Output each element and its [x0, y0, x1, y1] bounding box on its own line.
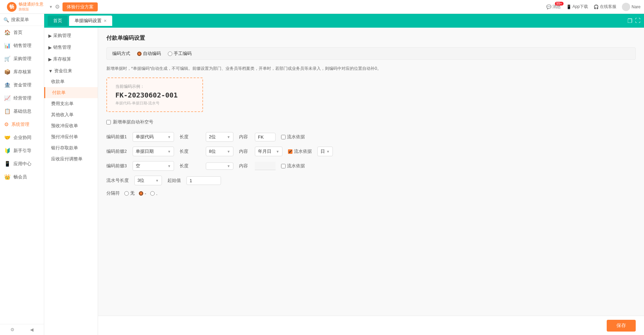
content1-input[interactable] [255, 133, 276, 141]
content2-label: 内容 [239, 148, 249, 155]
auto-code-option[interactable]: 自动编码 [137, 50, 161, 57]
start-value-input[interactable] [186, 176, 221, 185]
sec-item-other-income[interactable]: 其他收入单 [44, 109, 98, 120]
sidebar-item-operation-label: 经营管理 [13, 95, 31, 101]
auto-fill-checkbox[interactable] [106, 120, 111, 124]
sec-group-sales: ▶ 销售管理 [44, 42, 98, 53]
maximize-icon[interactable]: ⛶ [635, 18, 641, 24]
separator-none-label: 无 [130, 190, 135, 196]
headset-icon: 🎧 [594, 4, 599, 9]
preview-code: FK-20230602-001 [115, 91, 194, 99]
logo-sub: 旗舰版 [19, 7, 44, 12]
sidebar-item-home[interactable]: 🏠 首页 [0, 26, 44, 39]
separator-dash-radio[interactable] [139, 191, 143, 196]
separator-none-option[interactable]: 无 [124, 190, 135, 196]
save-button[interactable]: 保存 [607, 320, 636, 332]
sec-item-receipt[interactable]: 收款单 [44, 76, 98, 87]
top-bar: 畅 畅捷通好生意 旗舰版 ▾ ⚙ 体验行业方案 💬 消息 99+ 📱 App下载… [0, 0, 644, 14]
manual-code-option[interactable]: 手工编码 [168, 50, 192, 57]
sec-item-pre-payable[interactable]: 预付冲应付单 [44, 131, 98, 142]
prefix1-select[interactable]: 单据代码 ▼ [133, 132, 174, 142]
sidebar: 🔍 搜索菜单 🏠 首页 📊 销售管理 🛒 采购管理 📦 库存核算 🏦 资金管理 … [0, 14, 44, 335]
liushui2-checkbox[interactable] [288, 149, 292, 154]
sidebar-item-basic[interactable]: 📋 基础信息 [0, 105, 44, 118]
sidebar-item-purchase[interactable]: 🛒 采购管理 [0, 52, 44, 65]
sidebar-item-system[interactable]: ⚙ 系统管理 [0, 118, 44, 131]
content2-select[interactable]: 年月日 ▼ [255, 147, 282, 156]
tab-close-icon[interactable]: ✕ [104, 19, 107, 23]
online-service-btn[interactable]: 🎧 在线客服 [594, 4, 616, 10]
message-icon: 💬 [546, 4, 551, 9]
auto-fill-row: 新增单据自动补空号 [106, 119, 636, 125]
sec-group-capital-title[interactable]: ▼ 资金往来 [44, 66, 98, 76]
sec-group-capital: ▼ 资金往来 收款单 付款单 费用支出单 其他收入单 预收冲应收单 预付冲应付单… [44, 66, 98, 165]
content3-input[interactable] [255, 162, 276, 170]
length3-select[interactable]: ▼ [206, 162, 233, 170]
dropdown-arrow[interactable]: ▾ [50, 4, 52, 9]
gear-icon[interactable]: ⚙ [55, 3, 60, 10]
liushui1-checkbox[interactable] [281, 135, 286, 139]
separator-none-radio[interactable] [124, 191, 129, 196]
preview-box: 当前编码示例： FK-20230602-001 单据代码-单据日期-流水号 [106, 77, 203, 112]
sidebar-item-operation[interactable]: 📈 经营管理 [0, 92, 44, 105]
separator-dash-option[interactable]: - [139, 191, 146, 196]
manual-code-radio[interactable] [168, 52, 172, 56]
user-info[interactable]: Nare [622, 3, 641, 11]
auto-code-radio[interactable] [137, 52, 142, 56]
liushui3-checkbox[interactable] [281, 164, 286, 168]
main-area: 首页 单据编码设置 ✕ ❐ ⛶ ▶ 采购管理 [44, 14, 644, 335]
sidebar-item-finance[interactable]: 🏦 资金管理 [0, 78, 44, 92]
length1-value: 2位 [209, 134, 216, 140]
sidebar-item-inventory[interactable]: 📦 库存核算 [0, 65, 44, 78]
app-download-btn[interactable]: 📱 App下载 [566, 4, 588, 10]
sidebar-item-member[interactable]: 👑 畅会员 [0, 170, 44, 184]
sec-item-bank-deposit[interactable]: 银行存取款单 [44, 142, 98, 153]
length2-value: 8位 [209, 148, 216, 155]
trial-button[interactable]: 体验行业方案 [63, 2, 98, 11]
sidebar-item-guide[interactable]: 🔰 新手引导 [0, 144, 44, 157]
sidebar-item-enterprise-label: 企业协同 [13, 134, 31, 141]
sidebar-item-system-label: 系统管理 [11, 121, 29, 128]
settings-icon[interactable]: ⚙ [10, 327, 15, 332]
prefix3-select[interactable]: 空 ▼ [133, 161, 174, 171]
home-icon: 🏠 [4, 29, 11, 36]
tab-encoding-settings[interactable]: 单据编码设置 ✕ [69, 16, 112, 26]
sidebar-search[interactable]: 🔍 搜索菜单 [0, 14, 44, 26]
sec-item-expense[interactable]: 费用支出单 [44, 98, 98, 109]
logo-text: 畅捷通好生意 [19, 2, 44, 7]
sidebar-item-home-label: 首页 [13, 29, 22, 36]
separator-dash-label: - [145, 191, 146, 196]
collapse-icon[interactable]: ◀ [30, 327, 33, 332]
top-bar-left: 畅 畅捷通好生意 旗舰版 ▾ ⚙ 体验行业方案 [3, 0, 98, 13]
guide-icon: 🔰 [4, 148, 11, 154]
arrow-down-icon: ▼ [48, 68, 53, 74]
prefix2-select[interactable]: 单据日期 ▼ [133, 147, 174, 156]
separator-dot-option[interactable]: . [150, 191, 157, 196]
sec-group-purchase-title[interactable]: ▶ 采购管理 [44, 30, 98, 41]
sec-item-payment[interactable]: 付款单 [44, 87, 98, 98]
sec-item-pre-receivable[interactable]: 预收冲应收单 [44, 120, 98, 131]
sidebar-item-sales[interactable]: 📊 销售管理 [0, 39, 44, 52]
sec-group-sales-title[interactable]: ▶ 销售管理 [44, 42, 98, 53]
serial-length-select[interactable]: 3位 ▼ [134, 176, 162, 185]
tab-home[interactable]: 首页 [48, 16, 68, 26]
length1-select[interactable]: 2位 ▼ [206, 132, 233, 142]
sidebar-item-enterprise[interactable]: 🤝 企业协同 [0, 131, 44, 144]
preview-desc: 单据代码-单据日期-流水号 [115, 101, 194, 106]
logo-icon: 畅 [7, 2, 17, 12]
sec-item-ap-adjustment[interactable]: 应收应付调整单 [44, 153, 98, 165]
separator-dot-radio[interactable] [150, 191, 155, 196]
prefix1-label: 编码前缀1 [106, 134, 127, 140]
message-btn[interactable]: 💬 消息 99+ [546, 4, 561, 10]
length2-select[interactable]: 8位 ▼ [206, 147, 233, 156]
page-title: 付款单编码设置 [106, 35, 636, 42]
form-row-2: 编码前缀2 单据日期 ▼ 长度 8位 ▼ 内容 [106, 147, 636, 156]
sidebar-item-apps[interactable]: 📱 应用中心 [0, 157, 44, 170]
sec-group-inventory-title[interactable]: ▶ 库存核算 [44, 54, 98, 64]
restore-icon[interactable]: ❐ [627, 18, 632, 24]
prefix3-value: 空 [136, 163, 140, 169]
auto-fill-label: 新增单据自动补空号 [113, 119, 153, 125]
liushui2-unit-select[interactable]: 日 ▼ [317, 147, 333, 156]
online-service-label: 在线客服 [600, 4, 616, 10]
info-text: 新增单据时，*单据编码*自动生成，不可编辑。前缀设置为部门、业务员等档案类，开单… [106, 65, 636, 72]
